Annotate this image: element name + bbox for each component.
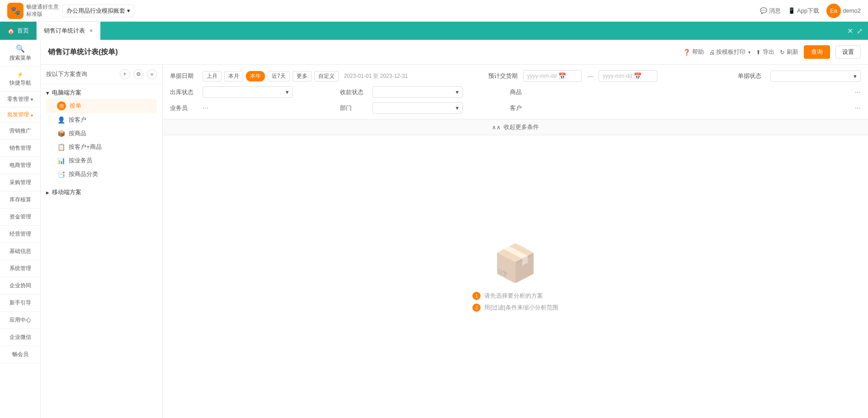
maximize-icon[interactable]: ⤢ [857,27,863,35]
ship-status-select[interactable]: ▾ [203,86,293,98]
date-btn-last-month[interactable]: 上月 [203,71,222,81]
scheme-settings-button[interactable]: ⚙ [133,69,143,79]
sub-content: 按以下方案查询 + ⚙ « ▾ 电脑端方案 按 按单 [41,65,868,418]
collapse-icon: ∧∧ [492,124,501,131]
template-print-button[interactable]: 🖨 按模板打印 ▾ [709,48,750,56]
print-dropdown-arrow[interactable]: ▾ [748,50,750,55]
date-btn-7days[interactable]: 近7天 [268,71,290,81]
date-btn-more[interactable]: 更多 [292,71,311,81]
topbar: 🐾 畅捷通好生意 标准版 办公用品行业模拟账套 ▾ 💬 消息 📱 App下载 E… [0,0,868,22]
app-selector[interactable]: 办公用品行业模拟账套 ▾ [62,5,134,17]
scheme-item-by-salesman[interactable]: 📊 按业务员 [46,154,157,167]
app-download-button[interactable]: 📱 App下载 [788,7,819,15]
mobile-scheme-group-title[interactable]: ▸ 移动端方案 [46,186,157,198]
print-icon: 🖨 [709,49,715,56]
sidebar-item-enterprise[interactable]: 企业协同 [0,277,40,294]
tab-close-icon[interactable]: × [90,28,93,34]
doc-status-label: 单据状态 [738,72,765,80]
empty-illustration: 📦 [493,242,538,285]
receipt-status-label: 收款状态 [340,88,367,96]
sidebar-item-retail[interactable]: 零售管理 ▾ [0,92,40,107]
chevron-right-icon: ▾ [31,97,33,102]
expected-date-end[interactable]: yyyy-mm-dd 📅 [599,70,657,82]
scheme-item-by-product[interactable]: 📦 按商品 [46,127,157,140]
left-panel: 按以下方案查询 + ⚙ « ▾ 电脑端方案 按 按单 [41,65,163,418]
chevron-up-icon: ▴ [31,112,33,117]
salesman-more-icon[interactable]: ··· [203,104,208,112]
dept-select[interactable]: ▾ [373,102,463,114]
scheme-product-icon: 📦 [57,129,65,138]
empty-tip-2: 2 用[过滤]条件来缩小分析范围 [472,304,558,312]
filter-row-2: 出库状态 ▾ 收款状态 ▾ 商品 [170,86,861,98]
export-icon: ⬆ [756,49,761,56]
tab-sales-stat[interactable]: 销售订单统计表 × [37,22,100,40]
collapse-bar[interactable]: ∧∧ 收起更多条件 [163,119,868,135]
help-button[interactable]: ❓ 帮助 [683,48,704,56]
tab-maximize-area: ✕ ⤢ [842,22,868,40]
chevron-down-icon: ▾ [127,7,130,14]
query-button[interactable]: 查询 [804,45,830,59]
tabbar: 🏠 首页 销售订单统计表 × ✕ ⤢ [0,22,868,40]
sidebar-item-purchase[interactable]: 采购管理 [0,174,40,191]
tab-home[interactable]: 🏠 首页 [0,22,37,40]
receipt-status-select[interactable]: ▾ [373,86,463,98]
date-separator: — [587,73,593,80]
close-window-icon[interactable]: ✕ [847,27,853,35]
add-scheme-button[interactable]: + [120,69,130,79]
date-quick-buttons: 上月 本月 本年 近7天 更多 自定义 [203,71,339,81]
user-avatar-area[interactable]: Ea demo2 [826,4,861,18]
sidebar-item-wechat[interactable]: 企业微信 [0,329,40,346]
scheme-customer-icon: 👤 [57,116,65,124]
sidebar-item-member[interactable]: 畅会员 [0,346,40,363]
logo-icon: 🐾 [7,3,24,19]
date-btn-this-year[interactable]: 本年 [246,71,265,81]
pc-scheme-group-title[interactable]: ▾ 电脑端方案 [46,87,157,99]
settings-button[interactable]: 设置 [835,45,861,59]
customer-more-icon[interactable]: ··· [855,104,861,112]
help-icon: ❓ [683,49,690,56]
sidebar-item-operations[interactable]: 经营管理 [0,226,40,243]
scheme-item-by-category[interactable]: 📑 按商品分类 [46,167,157,181]
collapse-button[interactable]: ∧∧ 收起更多条件 [492,123,539,131]
content-area: 销售订单统计表(按单) ❓ 帮助 🖨 按模板打印 ▾ ⬆ 导出 ↻ 刷新 [41,40,868,418]
sidebar: 🔍 搜索菜单 ⚡ 快捷导航 零售管理 ▾ 批发管理 ▴ 营销推广 销售管理 电商… [0,40,41,418]
sidebar-item-quick-nav[interactable]: ⚡ 快捷导航 [0,67,40,92]
product-label: 商品 [510,88,537,96]
sidebar-item-finance[interactable]: 资金管理 [0,209,40,226]
sidebar-item-appcenter[interactable]: 应用中心 [0,312,40,329]
sidebar-item-marketing[interactable]: 营销推广 [0,123,40,140]
empty-tips: 1 请先选择要分析的方案 2 用[过滤]条件来缩小分析范围 [472,292,558,312]
scheme-category-icon: 📑 [57,170,65,178]
doc-status-chevron-icon: ▾ [854,73,857,80]
sidebar-item-system[interactable]: 系统管理 [0,260,40,277]
sidebar-item-inventory[interactable]: 库存核算 [0,191,40,209]
empty-tip-1: 1 请先选择要分析的方案 [472,292,558,300]
export-button[interactable]: ⬆ 导出 [756,48,774,56]
refresh-button[interactable]: ↻ 刷新 [780,48,798,56]
avatar: Ea [826,4,841,18]
calendar-end-icon[interactable]: 📅 [634,72,642,80]
sidebar-item-ecommerce[interactable]: 电商管理 [0,157,40,174]
sidebar-item-wholesale[interactable]: 批发管理 ▴ [0,107,40,123]
date-btn-this-month[interactable]: 本月 [224,71,243,81]
sidebar-item-basic[interactable]: 基础信息 [0,243,40,260]
message-button[interactable]: 💬 消息 [760,7,781,15]
scheme-item-by-order[interactable]: 按 按单 [46,99,157,113]
date-label: 单据日期 [170,72,197,80]
scheme-item-by-customer[interactable]: 👤 按客户 [46,113,157,127]
logo-text: 畅捷通好生意 标准版 [26,4,59,18]
sidebar-item-search[interactable]: 🔍 搜索菜单 [0,40,40,67]
tip-num-1: 1 [472,292,481,300]
topbar-left: 🐾 畅捷通好生意 标准版 办公用品行业模拟账套 ▾ [7,3,134,19]
main-layout: 🔍 搜索菜单 ⚡ 快捷导航 零售管理 ▾ 批发管理 ▴ 营销推广 销售管理 电商… [0,40,868,418]
calendar-start-icon[interactable]: 📅 [558,72,566,80]
sidebar-item-sales[interactable]: 销售管理 [0,140,40,157]
collapse-panel-button[interactable]: « [147,69,157,79]
product-more-icon[interactable]: ··· [855,88,861,96]
doc-status-select[interactable]: ▾ [770,71,861,82]
expected-date-start[interactable]: yyyy-mm-dd 📅 [523,70,582,82]
sidebar-item-newbie[interactable]: 新手引导 [0,294,40,312]
panel-header-actions: + ⚙ « [120,69,157,79]
date-btn-custom[interactable]: 自定义 [314,71,339,81]
scheme-item-by-customer-product[interactable]: 📋 按客户+商品 [46,140,157,154]
